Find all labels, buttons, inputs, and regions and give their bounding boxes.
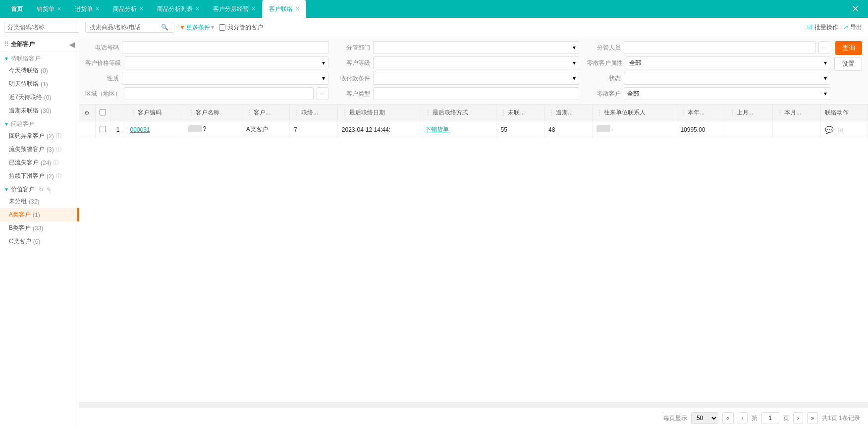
region-dots-button[interactable]: ··· [317,87,328,100]
filter-action-col: 查询 设置 [834,41,862,100]
table-unit-contact-th[interactable]: 往来单位联系人 [592,105,676,121]
table-last-month-th[interactable]: 上月... [725,105,773,121]
table-last-contact-date-th[interactable]: 最后联络日期 [337,105,421,121]
sidebar-item-today[interactable]: 今天待联络 (0) [0,64,79,77]
nature-select[interactable]: ▾ [122,72,328,85]
batch-operation-button[interactable]: ☑ 批量操作 [807,23,838,32]
grid-icon[interactable]: ⊞ [837,126,843,134]
more-filters-button[interactable]: ▼ 更多条件 ▾ [179,23,214,32]
export-button[interactable]: ↗ 导出 [843,23,862,32]
table-code-th[interactable]: 客户编码 [126,105,184,121]
close-product-analysis-list-icon[interactable]: × [196,5,199,12]
table-this-month-th[interactable]: 本月... [773,105,821,121]
payment-dropdown-icon: ▾ [573,75,576,82]
table-type-th[interactable]: 客户... [242,105,290,121]
customer-type-input[interactable] [373,87,580,100]
select-all-checkbox[interactable] [100,109,106,115]
sidebar-all-customers[interactable]: ⠿ 全部客户 ◀ [0,37,79,52]
table-overdue-th[interactable]: 逾期... [544,105,593,121]
row-gear [79,121,95,138]
person-input[interactable] [624,41,815,54]
settings-button[interactable]: 设置 [834,57,862,71]
adv-filter-row-1: 电话号码 分管部门 ▾ 分管人员 [85,41,830,54]
dept-dropdown-icon: ▾ [573,44,576,51]
page-number-input[interactable] [761,412,779,424]
nature-dropdown-icon: ▾ [322,75,325,82]
retail-customer-select[interactable]: 全部 ▾ [624,87,830,100]
close-customer-tier-icon[interactable]: × [252,5,255,12]
table-checkbox-th[interactable] [95,105,110,121]
table-last-contact-method-th[interactable]: 最后联络方式 [421,105,496,121]
price-tier-dropdown-icon: ▾ [322,59,325,66]
person-dots-button[interactable]: ··· [818,41,830,54]
nav-customer-tier[interactable]: 客户分层经营 × [206,0,262,18]
payment-select[interactable]: ▾ [373,72,580,85]
retail-attr-select[interactable]: 全部 ▾ [626,56,830,69]
row-last-contact-method[interactable]: 下销货单 [421,121,496,138]
horizontal-scrollbar[interactable] [79,402,868,408]
my-customers-check[interactable] [219,24,225,31]
region-input[interactable] [124,87,314,100]
next-page-button[interactable]: › [793,412,803,424]
query-button[interactable]: 查询 [835,41,862,55]
sidebar-item-overdue[interactable]: 逾期未联络 (30) [0,104,79,117]
close-customer-contact-icon[interactable]: × [296,5,299,12]
sidebar-item-repurchase-anomaly[interactable]: 回购异常客户 (2) ⓘ [0,129,79,143]
chat-icon[interactable]: 💬 [825,126,833,134]
table-body: 1 000031 ? A类客户 7 2023-04-12 14:44: 下销货单 [79,121,868,138]
phone-input[interactable] [122,41,328,54]
row-this-month [773,121,821,138]
page-size-select[interactable]: 50 100 200 [691,412,718,424]
table-no-contact-th[interactable]: 未联... [496,105,544,121]
status-select[interactable]: ▾ [624,72,830,85]
last-page-button[interactable]: » [807,412,818,424]
close-sales-icon[interactable]: × [57,5,61,12]
row-type: A类客户 [242,121,290,138]
row-action: 💬 ⊞ [820,121,868,138]
prev-page-button[interactable]: ‹ [738,412,748,424]
sidebar-item-tomorrow[interactable]: 明天待联络 (1) [0,77,79,91]
nav-sales[interactable]: 销货单 × [30,0,68,18]
filter-phone: 电话号码 [85,41,328,54]
first-page-button[interactable]: « [722,412,734,424]
close-all-tabs-icon[interactable]: ✕ [847,3,864,14]
nav-product-analysis-list[interactable]: 商品分析列表 × [150,0,206,18]
sidebar-collapse-icon[interactable]: ◀ [69,41,75,49]
row-select-checkbox[interactable] [100,126,106,132]
nav-home[interactable]: 首页 [4,0,30,18]
sidebar-item-a-customers[interactable]: A类客户 (1) [0,208,79,221]
sidebar-item-unclassified[interactable]: 未分组 (32) [0,195,79,208]
close-product-analysis-icon[interactable]: × [140,5,143,12]
sidebar-item-b-customers[interactable]: B类客户 (33) [0,221,79,235]
sidebar-item-churned[interactable]: 已流失客户 (24) ⓘ [0,156,79,169]
table-this-year-th[interactable]: 本年... [676,105,725,121]
sidebar-item-c-customers[interactable]: C类客户 (6) [0,235,79,248]
price-tier-select[interactable]: ▾ [124,56,328,69]
table-name-th[interactable]: 客户名称 [184,105,242,121]
filter-customer-tier: 客户等级 ▾ [336,56,580,69]
table-gear-th[interactable]: ⚙ [79,105,95,121]
sidebar-search-input[interactable] [4,22,79,33]
filter-search-icon[interactable]: 🔍 [161,24,168,31]
row-code[interactable]: 000031 [126,121,184,138]
row-last-contact-date: 2023-04-12 14:44: [337,121,421,138]
unit-contact-display: . [597,125,613,132]
customer-tier-select[interactable]: ▾ [373,56,580,69]
my-customers-checkbox[interactable]: 我分管的客户 [219,23,263,32]
sidebar-item-declining[interactable]: 持续下滑客户 (2) ⓘ [0,169,79,183]
action-icons: 💬 ⊞ [825,126,864,134]
filter-search-input[interactable] [90,24,159,31]
sidebar-item-7days[interactable]: 近7天待联络 (0) [0,91,79,104]
nav-product-analysis[interactable]: 商品分析 × [106,0,150,18]
row-last-month [725,121,773,138]
nav-purchase[interactable]: 进货单 × [68,0,106,18]
table-contact-th[interactable]: 联络... [290,105,338,121]
close-purchase-icon[interactable]: × [96,5,99,12]
row-checkbox[interactable] [95,121,110,138]
customer-table-area: ⚙ 客户编码 客户名称 客户... 联络... 最后联络日期 最后联络方式 未联… [79,105,868,402]
sidebar-item-churn-warning[interactable]: 流失预警客户 (3) ⓘ [0,143,79,156]
dept-select[interactable]: ▾ [373,41,580,54]
edit-icon[interactable]: ✎ [47,186,52,193]
refresh-icon[interactable]: ↻ [39,186,44,193]
nav-customer-contact[interactable]: 客户联络 × [262,0,306,18]
